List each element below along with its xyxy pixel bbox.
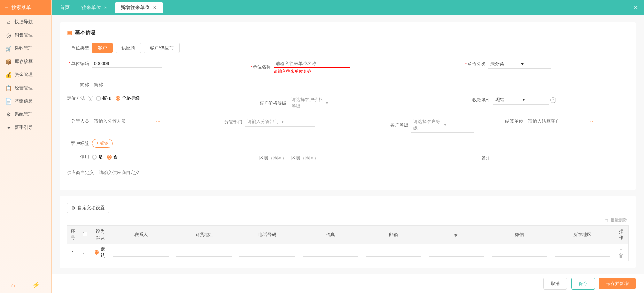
new-guide-icon: ✦ bbox=[6, 124, 12, 131]
purchase-icon: 🛒 bbox=[6, 45, 12, 51]
row-address-input-0[interactable] bbox=[176, 248, 232, 257]
sidebar-home-icon[interactable]: ⌂ bbox=[10, 280, 17, 290]
short-name-input[interactable] bbox=[92, 81, 162, 89]
tab-contacts[interactable]: 往来单位✕ bbox=[76, 2, 114, 13]
unit-type-btn-supplier[interactable]: 供应商 bbox=[116, 43, 141, 53]
row-add-btn-0[interactable]: ＋ bbox=[618, 246, 625, 252]
row-address-0[interactable] bbox=[173, 244, 236, 261]
settlement-input[interactable] bbox=[526, 117, 589, 125]
unit-type-btn-customer[interactable]: 客户 bbox=[92, 43, 113, 53]
row-region-input-0[interactable] bbox=[555, 248, 610, 257]
row-checkbox-0[interactable] bbox=[83, 250, 87, 254]
supplier-custom-row: 供应商自定义 bbox=[67, 169, 629, 177]
unit-name-error-tip: 请输入往来单位名称 bbox=[274, 68, 350, 74]
customer-price-select[interactable]: 请选择客户价格等级 ▼ bbox=[289, 95, 359, 111]
unit-name-label: *单位名称 bbox=[249, 64, 271, 70]
sidebar-item-system[interactable]: ⚙系统管理 bbox=[0, 108, 51, 121]
row-wechat-0[interactable] bbox=[488, 244, 551, 261]
row-fax-input-0[interactable] bbox=[303, 248, 358, 257]
row-default-radio-0[interactable] bbox=[95, 250, 99, 255]
tab-label-new-contact: 新增往来单位 bbox=[120, 5, 150, 11]
row-email-0[interactable] bbox=[362, 244, 425, 261]
row-delete-btn-0[interactable]: 🗑 bbox=[618, 253, 625, 258]
disabled-radio-circle-yes bbox=[92, 155, 97, 160]
row-check-0[interactable] bbox=[79, 244, 91, 261]
row-email-input-0[interactable] bbox=[366, 248, 421, 257]
sidebar-item-sales[interactable]: ◎销售管理 bbox=[0, 29, 51, 42]
region-more-btn[interactable]: ··· bbox=[359, 155, 366, 161]
payment-terms-chevron-icon: ▼ bbox=[522, 98, 547, 102]
table-select-all[interactable] bbox=[83, 232, 87, 236]
row-qq-input-0[interactable] bbox=[429, 248, 484, 257]
save-button[interactable]: 保存 bbox=[571, 278, 595, 290]
unit-category-label: *单位分类 bbox=[463, 61, 486, 67]
tab-home[interactable]: 首页 bbox=[54, 2, 75, 13]
manager-more-btn[interactable]: ··· bbox=[155, 118, 162, 124]
row-phone-0[interactable] bbox=[236, 244, 299, 261]
region-label: 区域（地区） bbox=[259, 155, 286, 161]
unit-name-input[interactable] bbox=[274, 59, 350, 68]
row-fax-0[interactable] bbox=[299, 244, 362, 261]
section-icon: ▣ bbox=[67, 29, 72, 36]
row-wechat-input-0[interactable] bbox=[492, 248, 547, 257]
pricing-label: 定价方法 ? bbox=[67, 95, 93, 101]
row-contact-input-0[interactable] bbox=[113, 248, 169, 257]
sidebar-item-basic-info[interactable]: 📄基础信息 bbox=[0, 95, 51, 108]
pricing-radio-discount[interactable]: 折扣 bbox=[96, 95, 111, 101]
name-required-star: * bbox=[250, 64, 252, 70]
sidebar-item-new-guide[interactable]: ✦新手引导 bbox=[0, 121, 51, 134]
sidebar-search[interactable]: ☰ 搜索菜单 bbox=[0, 0, 51, 15]
pricing-radio-circle-discount bbox=[96, 96, 101, 101]
custom-settings-button[interactable]: ⚙ 自定义项设置 bbox=[67, 203, 109, 213]
table-header-8: qq bbox=[425, 226, 488, 244]
form-card-contacts: ⚙ 自定义项设置 🗑 批量删除 序号设为默认联系人到货地址电话号码传真邮箱qq微… bbox=[60, 196, 636, 268]
tab-close-new-contact[interactable]: ✕ bbox=[152, 5, 157, 10]
supplier-custom-input[interactable] bbox=[97, 169, 166, 177]
section-title-text: 基本信息 bbox=[75, 29, 96, 36]
manager-input[interactable] bbox=[92, 117, 155, 125]
code-required-star: * bbox=[69, 61, 70, 66]
save-add-button[interactable]: 保存并新增 bbox=[599, 278, 636, 289]
row-phone-input-0[interactable] bbox=[239, 248, 295, 257]
section-title-basic: ▣ 基本信息 bbox=[67, 29, 629, 36]
disabled-radio-no[interactable]: 否 bbox=[107, 154, 118, 160]
unit-category-select[interactable]: 未分类 ▼ bbox=[488, 59, 551, 69]
customer-level-select[interactable]: 请选择客户等级 ▼ bbox=[411, 117, 474, 133]
content-area: ▣ 基本信息 单位类型 客户供应商客户/供应商 *单位编码 bbox=[52, 15, 644, 274]
unit-type-btn-both[interactable]: 客户/供应商 bbox=[144, 43, 180, 53]
row-qq-0[interactable] bbox=[425, 244, 488, 261]
batch-delete-button[interactable]: 🗑 批量删除 bbox=[605, 217, 627, 223]
contacts-table: 序号设为默认联系人到货地址电话号码传真邮箱qq微信所在地区操作 1默认＋🗑 bbox=[67, 225, 629, 261]
unit-category-group: *单位分类 未分类 ▼ bbox=[463, 59, 629, 69]
disabled-radio-yes[interactable]: 是 bbox=[92, 154, 103, 160]
tab-bar: 首页往来单位✕新增往来单位✕ ✕ bbox=[52, 0, 644, 15]
sidebar-settings-icon[interactable]: ⚡ bbox=[31, 280, 41, 290]
settlement-more-btn[interactable]: ··· bbox=[589, 118, 596, 124]
short-name-row: 简称 bbox=[67, 81, 629, 89]
remark-input[interactable] bbox=[493, 154, 584, 162]
row-region-0[interactable] bbox=[551, 244, 614, 261]
region-input[interactable] bbox=[289, 154, 359, 162]
sidebar-search-label: 搜索菜单 bbox=[11, 5, 31, 11]
sidebar-item-purchase[interactable]: 🛒采购管理 bbox=[0, 42, 51, 55]
unit-code-input[interactable] bbox=[92, 59, 162, 68]
cancel-button[interactable]: 取消 bbox=[543, 278, 567, 290]
unit-type-row: 单位类型 客户供应商客户/供应商 bbox=[67, 43, 629, 53]
window-close-button[interactable]: ✕ bbox=[630, 2, 641, 13]
pricing-radio-price-level[interactable]: 价格等级 bbox=[116, 95, 140, 101]
payment-terms-help-icon[interactable]: ? bbox=[550, 97, 556, 103]
pricing-help-icon[interactable]: ? bbox=[88, 96, 93, 101]
tab-close-contacts[interactable]: ✕ bbox=[103, 5, 109, 10]
row-contact-0[interactable] bbox=[110, 244, 173, 261]
sidebar-label-basic-info: 基础信息 bbox=[15, 98, 33, 104]
row-default-0[interactable]: 默认 bbox=[91, 244, 110, 261]
sidebar-item-operations[interactable]: 📋经营管理 bbox=[0, 81, 51, 95]
sidebar-item-quick-nav[interactable]: ⌂快捷导航 bbox=[0, 15, 51, 29]
tab-new-contact[interactable]: 新增往来单位✕ bbox=[115, 2, 163, 13]
add-tag-button[interactable]: + 标签 bbox=[92, 139, 113, 148]
customer-level-group: 客户等级 请选择客户等级 ▼ bbox=[386, 117, 501, 133]
payment-terms-select[interactable]: 现结 ▼ bbox=[493, 95, 549, 105]
dept-select[interactable]: 请输入分管部门 ▼ bbox=[245, 117, 315, 127]
sidebar-item-inventory[interactable]: 📦库存核算 bbox=[0, 55, 51, 68]
sidebar-item-finance[interactable]: 💰资金管理 bbox=[0, 68, 51, 81]
